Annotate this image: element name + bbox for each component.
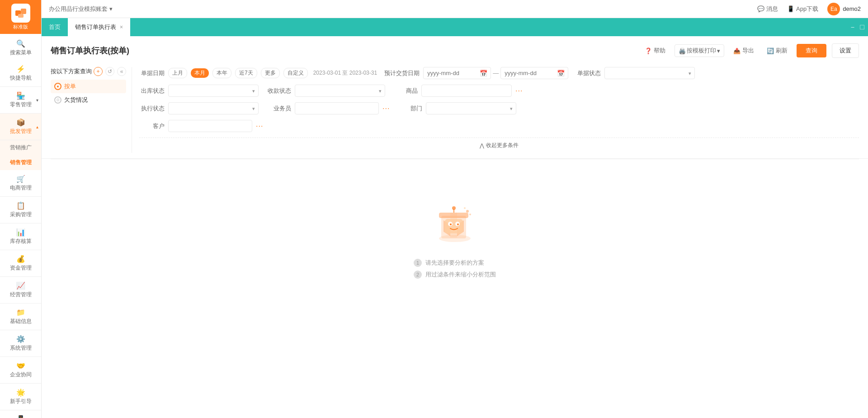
search-area[interactable]: 🔍 搜索菜单 bbox=[0, 34, 41, 60]
shipment-status-label: 出库状态 bbox=[139, 87, 165, 95]
exec-status-label: 执行状态 bbox=[139, 104, 165, 113]
sidebar-item-ecommerce[interactable]: 🛒 电商管理 bbox=[0, 170, 41, 197]
collapse-scheme-button[interactable]: « bbox=[117, 67, 126, 76]
message-button[interactable]: 💬 消息 bbox=[757, 5, 778, 13]
query-button[interactable]: 查询 bbox=[797, 44, 826, 57]
field-receipt-status: 收款状态 未收款 部分收款 已收款 bbox=[266, 85, 385, 97]
filter-sidebar: 按以下方案查询 + ↺ « ● 按单 ⚙ bbox=[51, 67, 132, 153]
salesman-more-icon[interactable]: ··· bbox=[382, 104, 390, 113]
avatar: Ea bbox=[827, 3, 840, 15]
tab-close-button[interactable]: × bbox=[120, 24, 123, 30]
customer-more-icon[interactable]: ··· bbox=[256, 122, 263, 130]
breadcrumb-dropdown-icon[interactable]: ▾ bbox=[109, 5, 113, 12]
sidebar-item-purchase[interactable]: 📋 采购管理 bbox=[0, 197, 41, 223]
help-label: 帮助 bbox=[654, 47, 665, 55]
shipment-status-select[interactable]: 未出库 部分出库 已出库 bbox=[168, 85, 259, 97]
date-more[interactable]: 更多 bbox=[261, 68, 280, 78]
scheme-order-icon: ● bbox=[54, 83, 61, 90]
doc-status-select[interactable]: 草稿 已提交 已审批 bbox=[604, 67, 695, 79]
add-scheme-button[interactable]: + bbox=[94, 67, 103, 76]
main-area: 办公用品行业模拟账套 ▾ 💬 消息 📱 App下载 Ea demo2 首页 bbox=[42, 0, 868, 418]
operations-icon: 📈 bbox=[16, 281, 25, 290]
tab-home[interactable]: 首页 bbox=[42, 18, 68, 36]
dept-select[interactable] bbox=[426, 102, 516, 114]
sidebar-item-enterprise[interactable]: 🤝 企业协同 bbox=[0, 357, 41, 384]
logo-text: 标准版 bbox=[13, 24, 28, 30]
refresh-button[interactable]: 🔄 刷新 bbox=[763, 45, 791, 57]
sidebar-item-app-center[interactable]: 📱 应用中心 bbox=[0, 410, 41, 418]
sidebar-item-newbie[interactable]: 🌟 新手引导 bbox=[0, 384, 41, 410]
field-goods: 商品 ··· bbox=[392, 85, 523, 97]
finance-icon: 💰 bbox=[16, 255, 25, 263]
tabbar: 首页 销售订单执行表 × － □ bbox=[42, 18, 868, 36]
message-icon: 💬 bbox=[757, 5, 764, 12]
sidebar-item-sales-mgmt[interactable]: 销售管理 bbox=[0, 155, 41, 170]
page-actions: ❓ 帮助 🖨️ 按模板打印 ▾ 📤 导出 🔄 刷新 bbox=[641, 43, 859, 58]
print-dropdown-icon: ▾ bbox=[717, 48, 720, 54]
svg-rect-2 bbox=[18, 14, 24, 18]
search-button[interactable]: 🔍 搜索菜单 bbox=[3, 38, 38, 58]
expected-date-label: 预计交货日期 bbox=[384, 69, 420, 77]
date-custom[interactable]: 自定义 bbox=[283, 68, 308, 78]
inventory-icon: 📊 bbox=[16, 228, 25, 237]
dept-label: 部门 bbox=[397, 104, 422, 113]
scheme-item-order[interactable]: ● 按单 bbox=[51, 80, 126, 93]
filter-row-3: 执行状态 执行中 已完成 已终止 bbox=[139, 102, 859, 114]
help-button[interactable]: ❓ 帮助 bbox=[641, 45, 669, 57]
receipt-select-wrap: 未收款 部分收款 已收款 bbox=[295, 85, 385, 97]
sidebar-item-inventory[interactable]: 📊 库存核算 bbox=[0, 223, 41, 250]
print-icon: 🖨️ bbox=[679, 48, 686, 54]
sidebar-item-shortcuts[interactable]: ⚡ 快捷导航 bbox=[0, 60, 41, 87]
inventory-label: 库存核算 bbox=[10, 238, 32, 245]
export-icon: 📤 bbox=[733, 48, 741, 54]
svg-point-16 bbox=[464, 207, 466, 209]
tab-sales-execution[interactable]: 销售订单执行表 × bbox=[68, 18, 130, 36]
ecommerce-icon: 🛒 bbox=[16, 175, 25, 183]
date-last7[interactable]: 近7天 bbox=[235, 68, 257, 78]
sidebar-item-operations[interactable]: 📈 经营管理 bbox=[0, 277, 41, 304]
customer-input[interactable] bbox=[168, 120, 252, 132]
newbie-label: 新手引导 bbox=[10, 398, 32, 405]
system-icon: ⚙️ bbox=[16, 335, 25, 343]
enterprise-icon: 🤝 bbox=[16, 361, 25, 370]
sidebar-item-retail[interactable]: 🏪 零售管理 ▾ bbox=[0, 87, 41, 114]
sidebar-item-marketing[interactable]: 营销推广 bbox=[0, 140, 41, 155]
sidebar-item-basics[interactable]: 📁 基础信息 bbox=[0, 304, 41, 330]
user-menu[interactable]: Ea demo2 bbox=[827, 3, 861, 15]
sidebar-item-wholesale[interactable]: 📦 批发管理 ▴ bbox=[0, 114, 41, 140]
settings-button[interactable]: 设置 bbox=[832, 43, 859, 58]
home-tab-label: 首页 bbox=[49, 23, 61, 31]
goods-input[interactable] bbox=[421, 85, 512, 97]
salesman-input[interactable] bbox=[295, 102, 379, 114]
date-current-month[interactable]: 本月 bbox=[191, 68, 209, 78]
exec-select-wrap: 执行中 已完成 已终止 bbox=[168, 102, 259, 114]
page-header: 销售订单执行表(按单) ❓ 帮助 🖨️ 按模板打印 ▾ 📤 导出 bbox=[42, 36, 868, 62]
receipt-status-select[interactable]: 未收款 部分收款 已收款 bbox=[295, 85, 385, 97]
svg-rect-7 bbox=[445, 219, 463, 233]
breadcrumb-text: 办公用品行业模拟账套 bbox=[49, 5, 108, 13]
date-range-text: 2023-03-01 至 2023-03-31 bbox=[313, 69, 377, 77]
tab-maximize-button[interactable]: □ bbox=[860, 23, 864, 31]
sidebar-item-finance[interactable]: 💰 资金管理 bbox=[0, 250, 41, 277]
date-current-year[interactable]: 本年 bbox=[212, 68, 231, 78]
scheme-item-shortage[interactable]: ⚙ 欠货情况 bbox=[51, 93, 126, 107]
exec-status-select[interactable]: 执行中 已完成 已终止 bbox=[168, 102, 259, 114]
sidebar-item-system[interactable]: ⚙️ 系统管理 bbox=[0, 330, 41, 357]
collapse-more-button[interactable]: ⋀ 收起更多条件 bbox=[139, 138, 859, 153]
print-button[interactable]: 🖨️ 按模板打印 ▾ bbox=[675, 44, 724, 57]
sales-mgmt-label: 销售管理 bbox=[10, 159, 32, 166]
logo-area[interactable]: 标准版 bbox=[0, 0, 41, 34]
app-download-button[interactable]: 📱 App下载 bbox=[787, 5, 818, 13]
svg-point-13 bbox=[452, 206, 456, 210]
refresh-scheme-button[interactable]: ↺ bbox=[105, 67, 114, 76]
date-prev-month[interactable]: 上月 bbox=[168, 68, 187, 78]
purchase-icon: 📋 bbox=[16, 201, 25, 210]
svg-point-11 bbox=[457, 223, 459, 225]
sidebar: 标准版 🔍 搜索菜单 ⚡ 快捷导航 🏪 零售管理 ▾ 📦 批发管理 ▴ 营销推广… bbox=[0, 0, 42, 418]
field-salesman: 业务员 ··· bbox=[266, 102, 390, 114]
export-button[interactable]: 📤 导出 bbox=[730, 45, 758, 57]
tab-minimize-button[interactable]: － bbox=[849, 23, 856, 32]
filter-sidebar-title: 按以下方案查询 bbox=[51, 67, 92, 76]
goods-more-icon[interactable]: ··· bbox=[515, 87, 523, 95]
svg-point-10 bbox=[450, 223, 452, 225]
